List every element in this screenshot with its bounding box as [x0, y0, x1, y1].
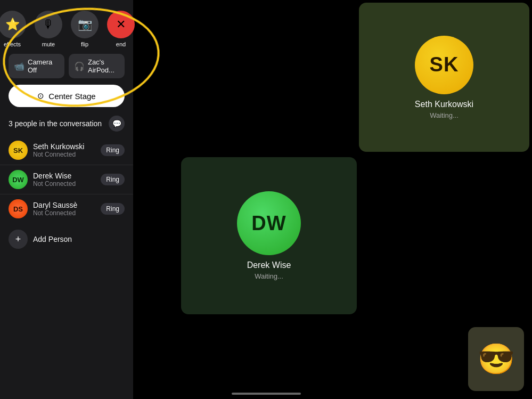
person-name-daryl: Daryl Saussè — [33, 201, 95, 209]
people-count-row: 3 people in the conversation 💬 — [0, 109, 133, 136]
ring-button-seth[interactable]: Ring — [101, 144, 125, 156]
person-info-seth: Seth Kurkowski Not Connected — [33, 142, 95, 158]
airpods-button[interactable]: 🎧 Zac's AirPod... — [69, 54, 125, 78]
avatar-seth: SK — [415, 36, 473, 94]
person-status-daryl: Not Connected — [33, 209, 95, 217]
tile-derek-name: Derek Wise — [247, 260, 291, 270]
tile-seth-status: Waiting... — [430, 111, 459, 119]
device-buttons: 📹 Camera Off 🎧 Zac's AirPod... — [9, 54, 125, 78]
headphones-icon: 🎧 — [74, 61, 85, 71]
person-item-derek: DW Derek Wise Not Connected Ring — [0, 165, 133, 194]
ring-button-daryl[interactable]: Ring — [101, 203, 125, 215]
avatar-seth-small: SK — [9, 141, 28, 160]
avatar-daryl-small: DS — [9, 199, 28, 218]
avatar-derek: DW — [237, 191, 301, 255]
self-view: 😎 — [468, 327, 524, 391]
add-person-label: Add Person — [33, 235, 72, 243]
person-list: SK Seth Kurkowski Not Connected Ring DW … — [0, 136, 133, 223]
effects-icon: ⭐ — [0, 11, 26, 38]
person-name-derek: Derek Wise — [33, 172, 95, 180]
scroll-indicator — [232, 393, 301, 395]
end-label: end — [116, 41, 126, 47]
message-button[interactable]: 💬 — [109, 116, 125, 132]
camera-off-button[interactable]: 📹 Camera Off — [9, 54, 64, 78]
person-status-derek: Not Connected — [33, 180, 95, 188]
add-person-icon: + — [9, 230, 28, 249]
controls-area: ⭐ effects 🎙 mute 📷 flip ✕ end 📹 Camera O… — [0, 0, 133, 107]
center-stage-label: Center Stage — [48, 92, 95, 101]
flip-icon: 📷 — [71, 11, 99, 38]
person-item-daryl: DS Daryl Saussè Not Connected Ring — [0, 194, 133, 223]
mute-icon: 🎙 — [35, 11, 62, 38]
tile-seth: SK Seth Kurkowski Waiting... — [359, 3, 529, 152]
tile-derek: DW Derek Wise Waiting... — [181, 157, 357, 314]
effects-label: effects — [4, 41, 21, 47]
airpods-label: Zac's AirPod... — [88, 58, 119, 74]
main-controls: ⭐ effects 🎙 mute 📷 flip ✕ end — [0, 11, 135, 47]
avatar-derek-small: DW — [9, 170, 28, 189]
person-name-seth: Seth Kurkowski — [33, 142, 95, 151]
camera-icon: 📹 — [14, 61, 24, 71]
effects-button[interactable]: ⭐ effects — [0, 11, 26, 47]
person-info-derek: Derek Wise Not Connected — [33, 172, 95, 188]
people-count: 3 people in the conversation — [9, 119, 102, 128]
tile-derek-status: Waiting... — [255, 272, 283, 280]
camera-off-label: Camera Off — [28, 58, 59, 74]
person-status-seth: Not Connected — [33, 151, 95, 158]
ring-button-derek[interactable]: Ring — [101, 174, 125, 185]
person-item-seth: SK Seth Kurkowski Not Connected Ring — [0, 136, 133, 165]
mute-label: mute — [42, 41, 55, 47]
sidebar-panel: ⭐ effects 🎙 mute 📷 flip ✕ end 📹 Camera O… — [0, 0, 133, 399]
center-stage-icon: ⊙ — [37, 91, 44, 101]
mute-button[interactable]: 🎙 mute — [35, 11, 62, 47]
add-person-row[interactable]: + Add Person — [0, 223, 133, 255]
end-button[interactable]: ✕ end — [107, 11, 135, 47]
center-stage-button[interactable]: ⊙ Center Stage — [9, 85, 125, 107]
flip-button[interactable]: 📷 flip — [71, 11, 99, 47]
end-icon: ✕ — [107, 11, 135, 38]
tile-seth-name: Seth Kurkowski — [415, 100, 473, 109]
person-info-daryl: Daryl Saussè Not Connected — [33, 201, 95, 217]
flip-label: flip — [81, 41, 88, 47]
